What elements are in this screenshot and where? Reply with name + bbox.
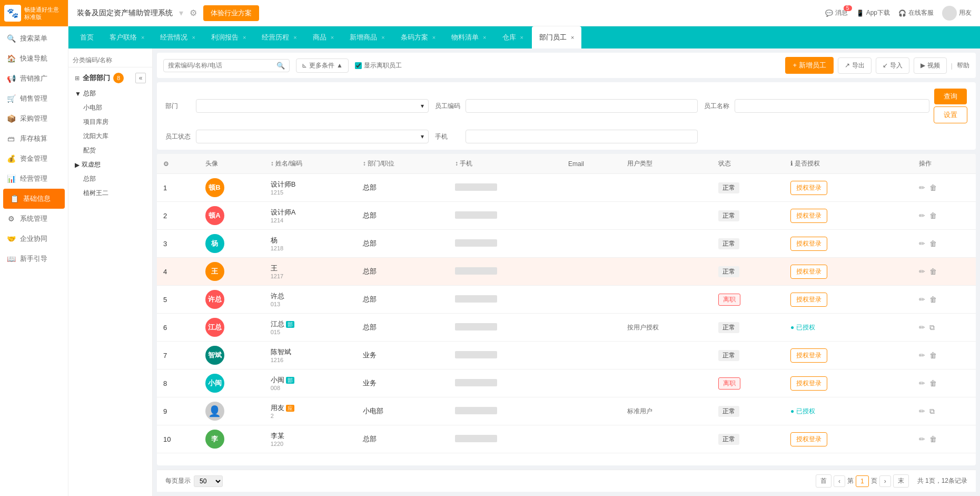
tab-material[interactable]: 物料清单 × xyxy=(444,26,493,48)
sidebar-item-guide[interactable]: 📖 新手引导 xyxy=(0,249,68,269)
delete-icon[interactable]: 🗑 xyxy=(929,183,937,192)
col-settings[interactable]: ⚙ xyxy=(157,154,199,174)
topbar-dropdown-arrow[interactable]: ▾ xyxy=(179,8,183,18)
close-material-tab[interactable]: × xyxy=(483,34,486,41)
col-name-code[interactable]: ↕ 姓名/编码 xyxy=(264,154,357,174)
dept-node-dual-dream[interactable]: ▶ 双虚想 xyxy=(71,158,150,172)
auth-login-btn[interactable]: 授权登录 xyxy=(790,181,827,195)
dept-node-planting[interactable]: 植树王二 xyxy=(71,186,150,200)
dept-all-btn[interactable]: ⊞ 全部部门 8 « xyxy=(68,70,152,86)
auth-login-btn[interactable]: 授权登录 xyxy=(790,209,827,223)
edit-icon[interactable]: ✏ xyxy=(919,407,925,415)
edit-icon[interactable]: ✏ xyxy=(919,379,925,387)
dept-node-delivery[interactable]: 配货 xyxy=(71,143,150,158)
auth-login-btn[interactable]: 授权登录 xyxy=(790,348,827,363)
emp-status-select[interactable]: ▾ xyxy=(196,130,429,143)
last-page-btn[interactable]: 末 xyxy=(893,474,909,488)
resigned-checkbox-input[interactable] xyxy=(355,62,362,69)
close-process-tab[interactable]: × xyxy=(293,34,296,41)
edit-icon[interactable]: ✏ xyxy=(919,323,925,332)
edit-icon[interactable]: ✏ xyxy=(919,183,925,192)
sidebar-item-inventory[interactable]: 🗃 库存核算 xyxy=(0,129,68,149)
tab-warehouse[interactable]: 仓库 × xyxy=(495,26,531,48)
add-employee-btn[interactable]: + 新增员工 xyxy=(785,57,833,74)
message-btn[interactable]: 💬 消息 5 xyxy=(825,8,848,17)
emp-code-input[interactable] xyxy=(466,99,698,113)
emp-search-input[interactable] xyxy=(168,62,273,69)
edit-icon[interactable]: ✏ xyxy=(919,295,925,304)
copy-icon[interactable]: ⧉ xyxy=(929,407,935,416)
user-avatar-btn[interactable]: 用友 xyxy=(942,6,972,21)
phone-input[interactable] xyxy=(466,130,698,143)
auth-login-btn[interactable]: 授权登录 xyxy=(790,237,827,251)
sidebar-item-operation[interactable]: 📊 经营管理 xyxy=(0,169,68,189)
dept-node-general2[interactable]: 总部 xyxy=(71,172,150,186)
sidebar-item-sales[interactable]: 🛒 销售管理 xyxy=(0,89,68,109)
dept-select[interactable]: ▾ xyxy=(196,99,429,113)
close-new-goods-tab[interactable]: × xyxy=(381,34,384,41)
next-page-btn[interactable]: › xyxy=(879,475,891,487)
video-btn[interactable]: ▶ 视频 xyxy=(914,57,947,74)
dept-search-input[interactable] xyxy=(73,56,152,64)
set-btn[interactable]: 设置 xyxy=(934,106,967,123)
app-download-btn[interactable]: 📱 App下载 xyxy=(856,8,890,17)
sidebar-item-search[interactable]: 🔍 搜索菜单 xyxy=(0,28,68,48)
query-btn[interactable]: 查询 xyxy=(934,89,967,104)
sidebar-item-marketing[interactable]: 📢 营销推广 xyxy=(0,69,68,89)
tab-customer[interactable]: 客户联络 × xyxy=(102,26,152,48)
delete-icon[interactable]: 🗑 xyxy=(929,267,937,276)
sidebar-item-system[interactable]: ⚙ 系统管理 xyxy=(0,209,68,229)
search-icon[interactable]: 🔍 xyxy=(276,62,285,70)
show-resigned-checkbox[interactable]: 显示离职员工 xyxy=(355,61,402,70)
import-btn[interactable]: ↙ 导入 xyxy=(876,57,909,74)
prev-page-btn[interactable]: ‹ xyxy=(834,475,845,487)
delete-icon[interactable]: 🗑 xyxy=(929,435,937,443)
dept-node-xiao-dian[interactable]: 小电部 xyxy=(71,101,150,115)
delete-icon[interactable]: 🗑 xyxy=(929,211,937,220)
dept-node-shenyang[interactable]: 沈阳大库 xyxy=(71,129,150,143)
help-btn[interactable]: 帮助 xyxy=(957,61,969,70)
tab-barcode[interactable]: 条码方案 × xyxy=(393,26,443,48)
close-warehouse-tab[interactable]: × xyxy=(520,34,523,41)
close-goods-tab[interactable]: × xyxy=(331,34,334,41)
dept-node-proj-room[interactable]: 项目库房 xyxy=(71,115,150,129)
tab-process[interactable]: 经营历程 × xyxy=(254,26,304,48)
auth-login-btn[interactable]: 授权登录 xyxy=(790,432,827,446)
tab-profit[interactable]: 利润报告 × xyxy=(204,26,253,48)
emp-name-input[interactable] xyxy=(735,99,929,113)
close-barcode-tab[interactable]: × xyxy=(432,34,435,41)
online-service-btn[interactable]: 🎧 在线客服 xyxy=(898,8,934,17)
auth-login-btn[interactable]: 授权登录 xyxy=(790,265,827,279)
edit-icon[interactable]: ✏ xyxy=(919,239,925,248)
col-dept-pos[interactable]: ↕ 部门/职位 xyxy=(357,154,449,174)
sidebar-item-purchase[interactable]: 📦 采购管理 xyxy=(0,109,68,129)
close-business-tab[interactable]: × xyxy=(192,34,195,41)
delete-icon[interactable]: 🗑 xyxy=(929,239,937,248)
first-page-btn[interactable]: 首 xyxy=(816,474,831,488)
edit-icon[interactable]: ✏ xyxy=(919,435,925,443)
delete-icon[interactable]: 🗑 xyxy=(929,351,937,359)
per-page-select[interactable]: 50 100 200 xyxy=(194,475,223,487)
close-profit-tab[interactable]: × xyxy=(243,34,246,41)
settings-icon[interactable]: ⚙ xyxy=(190,8,197,18)
tab-dept-staff[interactable]: 部门员工 × xyxy=(532,26,581,48)
close-dept-staff-tab[interactable]: × xyxy=(571,34,574,41)
experience-btn[interactable]: 体验行业方案 xyxy=(203,5,259,21)
dept-node-general[interactable]: ▼ 总部 xyxy=(71,86,150,101)
tab-home[interactable]: 首页 xyxy=(73,26,101,48)
export-btn[interactable]: ↗ 导出 xyxy=(838,57,872,74)
copy-icon[interactable]: ⧉ xyxy=(929,323,935,332)
auth-login-btn[interactable]: 授权登录 xyxy=(790,293,827,307)
edit-icon[interactable]: ✏ xyxy=(919,267,925,276)
edit-icon[interactable]: ✏ xyxy=(919,211,925,220)
col-phone[interactable]: ↕ 手机 xyxy=(449,154,562,174)
auth-login-btn[interactable]: 授权登录 xyxy=(790,376,827,391)
edit-icon[interactable]: ✏ xyxy=(919,351,925,359)
sidebar-item-shortcut[interactable]: 🏠 快速导航 xyxy=(0,48,68,69)
sidebar-item-cooperation[interactable]: 🤝 企业协同 xyxy=(0,229,68,249)
delete-icon[interactable]: 🗑 xyxy=(929,379,937,387)
close-customer-tab[interactable]: × xyxy=(141,34,144,41)
sidebar-item-basic[interactable]: 📋 基础信息 xyxy=(3,189,65,209)
more-conditions-btn[interactable]: ⊾ 更多条件 ▲ xyxy=(296,59,349,73)
delete-icon[interactable]: 🗑 xyxy=(929,295,937,304)
